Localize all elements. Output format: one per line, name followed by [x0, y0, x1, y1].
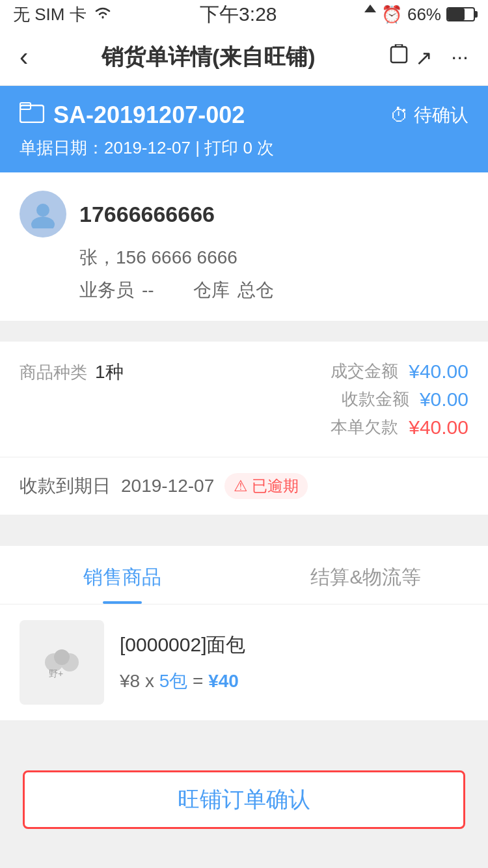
overdue-badge: ⚠ 已逾期	[224, 473, 308, 499]
received-value: ¥0.00	[420, 388, 468, 411]
order-id: SA-20191207-002	[20, 102, 245, 129]
share-button[interactable]: ↗	[388, 44, 433, 70]
nav-right-icons: ↗ ···	[388, 44, 468, 70]
status-time: 下午3:28	[200, 1, 277, 28]
customer-phone: 17666666666	[79, 202, 215, 227]
customer-meta: 业务员 -- 仓库 总仓	[20, 278, 468, 303]
warehouse-value: 总仓	[237, 278, 274, 303]
divider-1	[0, 331, 488, 342]
product-info: [0000002]面包 ¥8 x 5包 = ¥40	[120, 632, 468, 694]
location-icon	[364, 5, 376, 25]
sales-value: --	[142, 280, 154, 301]
svg-point-9	[54, 649, 70, 665]
order-header-top: SA-20191207-002 ⏱ 待确认	[20, 102, 468, 129]
warning-icon: ⚠	[234, 477, 248, 495]
status-bar-left: 无 SIM 卡	[13, 3, 113, 26]
nav-bar: ‹ 销货单详情(来自旺铺) ↗ ···	[0, 29, 488, 86]
customer-contact: 张，156 6666 6666	[20, 245, 468, 270]
page-title: 销货单详情(来自旺铺)	[102, 42, 316, 72]
svg-rect-3	[20, 105, 44, 122]
svg-text:野+: 野+	[49, 668, 63, 679]
tab-settlement[interactable]: 结算&物流等	[244, 546, 488, 604]
tabs-section: 销售商品 结算&物流等	[0, 546, 488, 604]
owed-value: ¥40.00	[409, 416, 468, 439]
back-button[interactable]: ‹	[20, 42, 28, 72]
order-header-card: SA-20191207-002 ⏱ 待确认 单据日期：2019-12-07 | …	[0, 86, 488, 172]
customer-section: 17666666666 张，156 6666 6666 业务员 -- 仓库 总仓	[0, 172, 488, 321]
status-bar: 无 SIM 卡 下午3:28 ⏰ 66%	[0, 0, 488, 29]
confirm-btn-wrap: 旺铺订单确认	[23, 770, 465, 829]
customer-top: 17666666666	[20, 191, 468, 237]
divider-2	[0, 525, 488, 536]
avatar	[20, 191, 66, 237]
svg-point-6	[31, 217, 55, 228]
battery-icon	[446, 7, 475, 21]
amount-value: ¥40.00	[409, 360, 468, 383]
summary-section: 商品种类 1种 成交金额 ¥40.00 收款金额 ¥0.00 本单欠款 ¥40.…	[0, 342, 488, 457]
amount-item: 成交金额 ¥40.00	[331, 360, 468, 383]
svg-rect-1	[391, 47, 407, 62]
summary-left: 商品种类 1种	[20, 360, 244, 439]
total-price: ¥40	[208, 671, 239, 691]
summary-right: 成交金额 ¥40.00 收款金额 ¥0.00 本单欠款 ¥40.00	[244, 360, 468, 439]
product-name: [0000002]面包	[120, 632, 468, 658]
product-item: 野+ [0000002]面包 ¥8 x 5包 = ¥40	[20, 620, 468, 705]
sales-meta: 业务员 --	[79, 278, 154, 303]
qty-text: 5包	[159, 671, 188, 691]
svg-marker-0	[364, 5, 376, 12]
status-bar-right: ⏰ 66%	[364, 5, 475, 25]
due-date: 2019-12-07	[121, 476, 214, 496]
warehouse-label: 仓库	[193, 278, 230, 303]
svg-point-5	[36, 204, 49, 217]
order-date: 单据日期：2019-12-07 | 打印 0 次	[20, 137, 468, 159]
due-label: 收款到期日	[20, 474, 111, 498]
product-list: 野+ [0000002]面包 ¥8 x 5包 = ¥40	[0, 604, 488, 720]
alarm-icon: ⏰	[381, 5, 402, 25]
warehouse-meta: 仓库 总仓	[193, 278, 274, 303]
status-badge: ⏱ 待确认	[390, 103, 468, 128]
received-item: 收款金额 ¥0.00	[342, 388, 468, 411]
due-date-section: 收款到期日 2019-12-07 ⚠ 已逾期	[0, 457, 488, 515]
product-price: ¥8 x 5包 = ¥40	[120, 669, 468, 694]
clock-icon: ⏱	[390, 105, 409, 126]
more-button[interactable]: ···	[451, 45, 468, 69]
order-icon	[20, 102, 44, 129]
product-type-value: 1种	[95, 360, 124, 385]
carrier-text: 无 SIM 卡	[13, 3, 87, 26]
price-text: ¥8 x	[120, 671, 159, 691]
sales-label: 业务员	[79, 278, 134, 303]
confirm-order-button[interactable]: 旺铺订单确认	[23, 770, 465, 829]
product-thumbnail: 野+	[20, 620, 104, 705]
tab-sales-product[interactable]: 销售商品	[0, 546, 244, 604]
battery-text: 66%	[407, 5, 441, 25]
product-type: 商品种类 1种	[20, 360, 244, 385]
owed-item: 本单欠款 ¥40.00	[331, 416, 468, 439]
equals-text: =	[187, 671, 208, 691]
wifi-icon	[93, 5, 113, 25]
